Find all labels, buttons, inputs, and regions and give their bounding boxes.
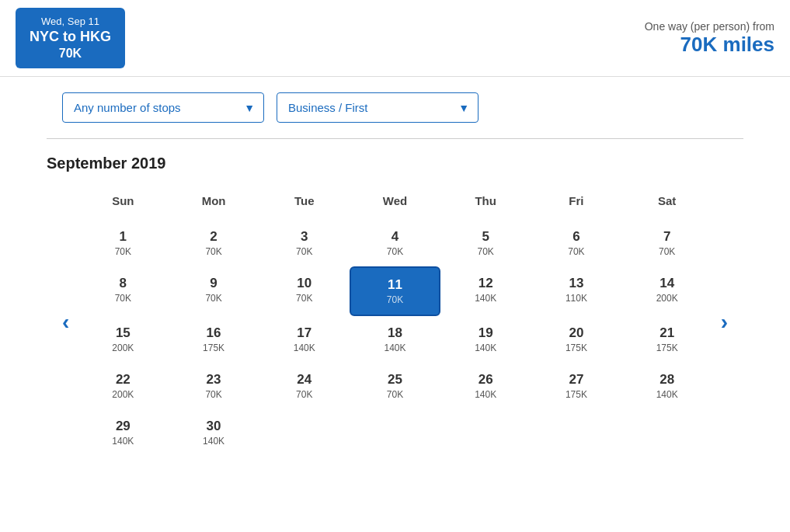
calendar-empty-cell xyxy=(259,409,350,456)
calendar-day-cell[interactable]: 14200K xyxy=(621,266,712,316)
next-month-button[interactable]: › xyxy=(713,302,736,342)
day-number: 16 xyxy=(172,325,256,341)
calendar-day-header: Wed xyxy=(350,188,440,220)
calendar-day-cell[interactable]: 370K xyxy=(259,220,350,266)
day-number: 1 xyxy=(81,229,165,245)
stops-filter-wrapper: Any number of stopsNonstop only1 stop or… xyxy=(62,92,264,123)
day-price: 140K xyxy=(353,342,437,353)
day-price: 175K xyxy=(534,342,619,353)
calendar-day-cell[interactable]: 1070K xyxy=(259,266,350,316)
day-number: 2 xyxy=(172,229,256,245)
prev-month-button[interactable]: ‹ xyxy=(54,302,77,342)
calendar-day-cell[interactable]: 1170K xyxy=(350,266,440,316)
flight-miles: 70K xyxy=(30,47,111,61)
calendar-day-header: Thu xyxy=(440,188,531,220)
day-number: 23 xyxy=(172,372,256,388)
day-price: 70K xyxy=(353,389,437,400)
day-number: 14 xyxy=(625,276,709,291)
day-price: 140K xyxy=(444,342,528,353)
day-number: 19 xyxy=(444,325,528,341)
day-price: 70K xyxy=(81,293,165,304)
flight-summary-card[interactable]: Wed, Sep 11 NYC to HKG 70K xyxy=(16,8,125,68)
day-number: 12 xyxy=(444,276,528,291)
day-number: 29 xyxy=(81,419,165,434)
day-number: 25 xyxy=(353,372,437,388)
day-number: 26 xyxy=(444,372,528,388)
day-number: 11 xyxy=(354,277,436,293)
day-price: 70K xyxy=(262,293,346,304)
day-number: 28 xyxy=(625,372,709,388)
calendar-day-cell[interactable]: 15200K xyxy=(78,316,169,363)
calendar-day-cell[interactable]: 12140K xyxy=(440,266,531,316)
calendar-day-cell[interactable]: 2470K xyxy=(259,363,350,409)
cabin-filter[interactable]: Business / FirstEconomyFirst onlyBusines… xyxy=(277,92,479,123)
price-amount: 70K miles xyxy=(645,33,774,57)
calendar-day-cell[interactable]: 16175K xyxy=(169,316,259,363)
calendar-day-cell[interactable]: 18140K xyxy=(350,316,440,363)
day-price: 70K xyxy=(81,246,165,257)
calendar-day-cell[interactable]: 870K xyxy=(78,266,169,316)
calendar-day-cell[interactable]: 13110K xyxy=(531,266,622,316)
calendar-empty-cell xyxy=(531,409,622,456)
calendar-day-cell[interactable]: 970K xyxy=(169,266,259,316)
calendar-day-cell[interactable]: 27175K xyxy=(531,363,622,409)
price-summary: One way (per person) from 70K miles xyxy=(645,20,774,57)
day-price: 200K xyxy=(81,342,165,353)
calendar-day-cell[interactable]: 670K xyxy=(531,220,622,266)
day-price: 70K xyxy=(534,246,619,257)
day-price: 70K xyxy=(262,246,346,257)
calendar-day-header: Mon xyxy=(169,188,259,220)
calendar-day-cell[interactable]: 19140K xyxy=(440,316,531,363)
calendar-day-cell[interactable]: 26140K xyxy=(440,363,531,409)
day-number: 8 xyxy=(81,276,165,291)
day-price: 140K xyxy=(444,389,528,400)
day-price: 140K xyxy=(262,342,346,353)
calendar-day-cell[interactable]: 770K xyxy=(621,220,712,266)
day-number: 18 xyxy=(353,325,437,341)
calendar-day-cell[interactable]: 21175K xyxy=(621,316,712,363)
calendar-day-cell[interactable]: 470K xyxy=(350,220,440,266)
calendar-day-header: Sat xyxy=(621,188,712,220)
day-price: 70K xyxy=(354,294,436,305)
day-price: 70K xyxy=(353,246,437,257)
day-number: 22 xyxy=(81,372,165,388)
day-price: 175K xyxy=(534,389,619,400)
calendar-day-cell[interactable]: 170K xyxy=(78,220,169,266)
calendar-day-header: Sun xyxy=(78,188,169,220)
day-price: 200K xyxy=(625,293,709,304)
filter-bar: Any number of stopsNonstop only1 stop or… xyxy=(0,77,790,138)
calendar-day-cell[interactable]: 28140K xyxy=(621,363,712,409)
calendar-day-cell[interactable]: 2570K xyxy=(350,363,440,409)
calendar-day-header: Fri xyxy=(531,188,622,220)
calendar-day-cell[interactable]: 570K xyxy=(440,220,531,266)
day-price: 70K xyxy=(172,293,256,304)
day-number: 15 xyxy=(81,325,165,341)
day-number: 17 xyxy=(262,325,346,341)
day-number: 24 xyxy=(262,372,346,388)
day-price: 175K xyxy=(172,342,256,353)
cabin-filter-wrapper: Business / FirstEconomyFirst onlyBusines… xyxy=(277,92,479,123)
flight-date: Wed, Sep 11 xyxy=(30,16,111,27)
calendar-grid: SunMonTueWedThuFriSat170K270K370K470K570… xyxy=(78,188,712,456)
calendar-day-cell[interactable]: 2370K xyxy=(169,363,259,409)
calendar-day-cell[interactable]: 30140K xyxy=(169,409,259,456)
calendar-day-cell[interactable]: 17140K xyxy=(259,316,350,363)
day-price: 200K xyxy=(81,389,165,400)
day-price: 140K xyxy=(81,436,165,447)
calendar-wrapper: ‹ SunMonTueWedThuFriSat170K270K370K470K5… xyxy=(47,188,743,456)
day-number: 3 xyxy=(262,229,346,245)
calendar-day-cell[interactable]: 270K xyxy=(169,220,259,266)
day-number: 30 xyxy=(172,419,256,434)
day-price: 70K xyxy=(172,246,256,257)
day-price: 70K xyxy=(444,246,528,257)
day-price: 110K xyxy=(534,293,619,304)
stops-filter[interactable]: Any number of stopsNonstop only1 stop or… xyxy=(62,92,264,123)
calendar-empty-cell xyxy=(350,409,440,456)
calendar-day-cell[interactable]: 22200K xyxy=(78,363,169,409)
day-number: 27 xyxy=(534,372,619,388)
day-price: 70K xyxy=(262,389,346,400)
calendar-day-cell[interactable]: 20175K xyxy=(531,316,622,363)
day-number: 7 xyxy=(625,229,709,245)
calendar-day-header: Tue xyxy=(259,188,350,220)
calendar-day-cell[interactable]: 29140K xyxy=(78,409,169,456)
